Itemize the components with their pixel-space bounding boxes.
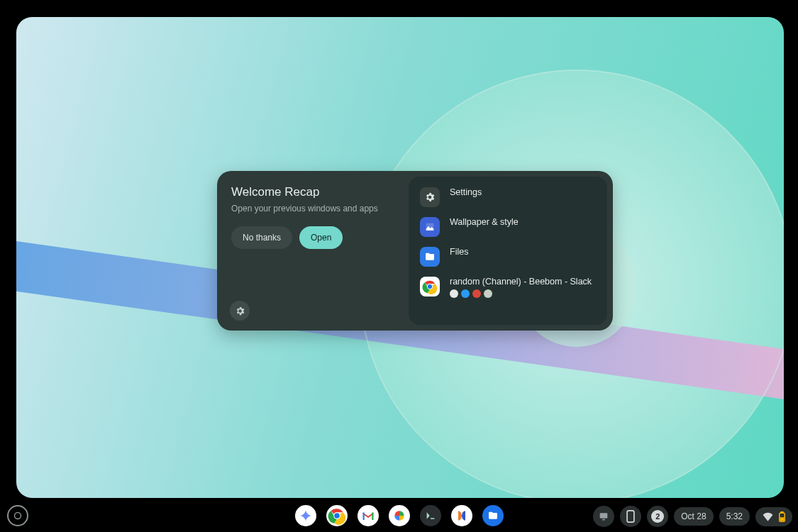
idx-icon: [455, 509, 469, 523]
desktop-wallpaper: Welcome Recap Open your previous windows…: [16, 17, 784, 498]
svg-rect-11: [600, 513, 608, 518]
recap-item-label: Files: [450, 247, 468, 257]
terminal-icon: [425, 510, 436, 521]
notification-count: 2: [651, 510, 664, 523]
open-button[interactable]: Open: [299, 226, 343, 249]
gemini-icon: [299, 509, 312, 522]
shelf-pinned-apps: [295, 505, 504, 526]
recap-item-label: random (Channel) - Beebom - Slack: [450, 277, 592, 287]
wallpaper-icon: [420, 217, 440, 237]
gmail-icon: [362, 511, 375, 521]
screen-icon: [598, 511, 609, 522]
recap-item-files[interactable]: Files: [416, 242, 600, 272]
recap-title: Welcome Recap: [231, 185, 394, 199]
battery-icon: [779, 511, 785, 522]
shelf-app-idx[interactable]: [451, 505, 472, 526]
shelf-app-chrome[interactable]: [326, 505, 348, 526]
launcher-button[interactable]: [7, 505, 28, 526]
circle-icon: [13, 511, 22, 520]
no-thanks-button[interactable]: No thanks: [231, 226, 292, 249]
shelf-app-gmail[interactable]: [358, 505, 379, 526]
shelf-app-gemini[interactable]: [295, 505, 316, 526]
recap-item-settings[interactable]: Settings: [416, 182, 600, 212]
svg-rect-16: [780, 518, 784, 521]
status-time[interactable]: 5:32: [719, 507, 750, 526]
shelf-app-photos[interactable]: [389, 505, 410, 526]
svg-point-7: [15, 513, 21, 519]
chrome-icon: [420, 277, 440, 297]
status-screenshot-tool[interactable]: [593, 506, 614, 527]
time-text: 5:32: [726, 511, 743, 521]
recap-item-chrome-window[interactable]: random (Channel) - Beebom - Slack: [416, 272, 600, 303]
status-notifications[interactable]: 2: [647, 506, 668, 527]
gear-icon: [235, 306, 245, 316]
recap-item-label: Wallpaper & style: [450, 217, 519, 227]
svg-rect-12: [602, 519, 605, 520]
chrome-tab-favicons: [450, 289, 592, 298]
settings-icon: [420, 187, 440, 207]
status-quick-settings[interactable]: [755, 507, 792, 526]
svg-rect-15: [781, 511, 783, 513]
phone-icon: [626, 510, 635, 523]
status-date[interactable]: Oct 28: [674, 507, 713, 526]
shelf-app-terminal[interactable]: [420, 505, 441, 526]
recap-item-wallpaper[interactable]: Wallpaper & style: [416, 212, 600, 242]
shelf-app-files[interactable]: [482, 505, 504, 526]
photos-icon: [392, 509, 406, 523]
chrome-icon: [328, 506, 346, 525]
status-phone-hub[interactable]: [620, 506, 641, 527]
recap-subtitle: Open your previous windows and apps: [231, 204, 394, 214]
svg-rect-13: [627, 511, 634, 522]
date-text: Oct 28: [681, 511, 706, 521]
recap-left-panel: Welcome Recap Open your previous windows…: [217, 171, 409, 331]
recap-app-list: Settings Wallpaper & style Files: [409, 177, 607, 325]
welcome-recap-card: Welcome Recap Open your previous windows…: [217, 171, 613, 331]
recap-settings-button[interactable]: [230, 301, 250, 321]
recap-item-label: Settings: [450, 187, 482, 197]
folder-icon: [487, 510, 499, 521]
status-area: 2 Oct 28 5:32: [593, 506, 792, 527]
folder-icon: [420, 247, 440, 267]
shelf: 2 Oct 28 5:32: [0, 498, 798, 532]
wifi-icon: [763, 512, 773, 521]
